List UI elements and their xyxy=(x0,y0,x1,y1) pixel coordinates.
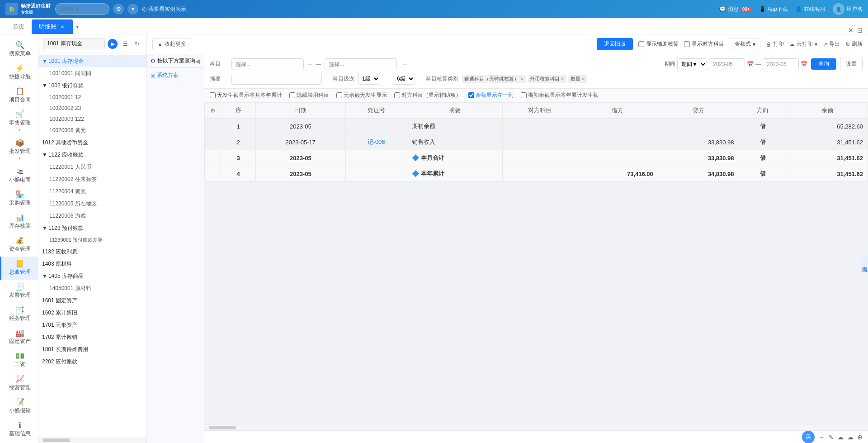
option-contra[interactable]: 对方科目（显示辅助项） xyxy=(394,91,461,99)
app-download-button[interactable]: 📱 App下载 xyxy=(759,5,788,13)
add-button[interactable]: ⊕ xyxy=(857,433,863,441)
option-no-balance[interactable]: 无余额无发生显示 xyxy=(336,91,387,99)
option-opening-input[interactable] xyxy=(521,92,527,98)
period-type-select[interactable]: 期间▼ xyxy=(677,58,707,70)
account-tree-item-1012[interactable]: 1012 其他货币资金 xyxy=(38,137,146,149)
subject-more-icon[interactable]: ··· xyxy=(307,61,312,67)
query-button[interactable]: 查询 xyxy=(811,58,836,70)
expand-more-button[interactable]: ▲ 收起更多 xyxy=(152,38,191,50)
period-type-selector[interactable]: 期间▼ xyxy=(677,58,707,70)
account-tree-item-1001[interactable]: ▼1001 库存现金 xyxy=(38,55,146,67)
tab-detail[interactable]: 明细账 ✕ xyxy=(32,19,73,34)
sidebar-item-system[interactable]: ⚙ 系统管理 xyxy=(0,441,38,443)
account-tree-item-11230001[interactable]: 11230001 预付账款差异 xyxy=(38,234,146,246)
side-query-button[interactable]: 查询 xyxy=(861,255,868,272)
period-from-input[interactable] xyxy=(709,58,745,70)
settings-button[interactable]: 设置 xyxy=(840,58,863,70)
account-tree-item-1123[interactable]: ▼1123 预付账款 xyxy=(38,222,146,234)
subject-to-input[interactable] xyxy=(325,58,397,70)
level-to-select[interactable]: 6级 xyxy=(393,73,415,85)
sidebar-item-inventory[interactable]: 📊 库存核算 xyxy=(0,210,38,233)
category-tag-foreign-close[interactable]: ✕ xyxy=(561,76,564,81)
show-aux-input[interactable] xyxy=(638,41,644,47)
voucher-link-2[interactable]: 记-006 xyxy=(368,138,385,145)
category-tag-quantity-close[interactable]: ✕ xyxy=(581,76,585,81)
option-opening[interactable]: 期初余额显示本年累计发生额 xyxy=(521,91,599,99)
option-single-row[interactable]: 余额显示在一列 xyxy=(468,91,514,99)
account-refresh-icon[interactable]: ↻ xyxy=(132,39,142,49)
menu-search-input[interactable] xyxy=(55,3,109,15)
maximize-icon[interactable]: ⊡ xyxy=(857,27,863,34)
show-contra-input[interactable] xyxy=(684,41,690,47)
sidebar-item-project[interactable]: 📋 项目合同 xyxy=(0,84,38,107)
sidebar-item-purchase[interactable]: 🏪 采购管理 xyxy=(0,187,38,210)
edit-button[interactable]: ✎ xyxy=(828,433,834,441)
sidebar-item-retail[interactable]: 🛒 零售管理 ▾ xyxy=(0,107,38,136)
filter-collapse-button[interactable]: ◀ xyxy=(195,57,200,65)
user-menu[interactable]: 👤 用户名 xyxy=(833,3,863,15)
return-old-version-button[interactable]: 退回旧版 xyxy=(597,38,633,50)
subject-input[interactable] xyxy=(231,58,304,70)
account-tree-item-11220001[interactable]: 11220001 人民币 xyxy=(38,161,146,173)
account-tree-scrollbar[interactable] xyxy=(38,437,146,443)
account-tree-item-10010001[interactable]: 10010001 同同同 xyxy=(38,67,146,80)
option-hide-disabled[interactable]: 隐藏禁用科目 xyxy=(289,91,329,99)
account-forward-button[interactable]: ▶ xyxy=(108,39,118,49)
account-tree-item-1403[interactable]: 1403 原材料 xyxy=(38,258,146,270)
settings-icon[interactable]: ⚙ xyxy=(113,4,124,14)
format-dropdown[interactable]: 金额式 ▾ xyxy=(730,38,760,50)
refresh-button[interactable]: ↻ 刷新 xyxy=(845,40,863,48)
option-single-row-input[interactable] xyxy=(468,92,474,98)
level-from-select[interactable]: 1级 xyxy=(358,73,380,85)
tab-expand[interactable]: ▾ xyxy=(73,19,82,34)
account-tree-item-2202[interactable]: 2202 应付账款 xyxy=(38,356,146,368)
account-tree-item-10020003[interactable]: 10020003 122 xyxy=(38,114,146,124)
table-settings-icon[interactable]: ⚙ xyxy=(210,107,216,114)
account-tree-item-14050001[interactable]: 14050001 原材料 xyxy=(38,282,146,295)
sidebar-item-ledger[interactable]: 📒 总账管理 xyxy=(0,257,38,280)
account-tree-item-1122[interactable]: ▼1122 应收账款 xyxy=(38,149,146,161)
dropdown-icon[interactable]: ▾ xyxy=(127,4,138,14)
tab-detail-close[interactable]: ✕ xyxy=(59,24,66,30)
sidebar-item-tax[interactable]: 📑 税务管理 xyxy=(0,303,38,326)
account-tree-item-10020002[interactable]: 10020002 23 xyxy=(38,103,146,114)
category-tag-normal-close[interactable]: ✕ xyxy=(520,76,524,81)
show-contra-checkbox[interactable]: 显示对方科目 xyxy=(684,40,724,48)
export-button[interactable]: ↗ 导出 xyxy=(823,40,840,48)
option-no-occurrence[interactable]: 无发生额显示本月本年累计 xyxy=(210,91,282,99)
account-tree-item-10020001[interactable]: 10020001 12 xyxy=(38,92,146,103)
translate-button[interactable]: 英 xyxy=(802,431,815,443)
sidebar-item-salary[interactable]: 💵 工资 xyxy=(0,349,38,372)
account-tree-item-11220004[interactable]: 11220004 黄元 xyxy=(38,186,146,198)
option-no-occurrence-input[interactable] xyxy=(210,92,216,98)
account-tree-item-11220006[interactable]: 11220006 游戏 xyxy=(38,210,146,222)
summary-input[interactable] xyxy=(231,73,322,85)
online-service-button[interactable]: 👤 在线客服 xyxy=(795,5,826,13)
option-contra-input[interactable] xyxy=(394,92,400,98)
cloud-button-1[interactable]: ☁ xyxy=(837,433,844,441)
account-selector[interactable]: 1001 库存现金 xyxy=(43,38,105,49)
account-tree-item-1002[interactable]: ▼1002 银行存款 xyxy=(38,80,146,92)
horizontal-scrollbar[interactable] xyxy=(204,424,868,430)
option-no-balance-input[interactable] xyxy=(336,92,342,98)
account-tree-item-1132[interactable]: 1132 应收利息 xyxy=(38,246,146,258)
sidebar-item-quick-nav[interactable]: ⚡ 快捷导航 xyxy=(0,61,38,84)
close-window-icon[interactable]: ✕ xyxy=(848,27,854,34)
sidebar-item-operations[interactable]: 📈 经营管理 xyxy=(0,372,38,395)
tab-home[interactable]: 首页 xyxy=(5,19,32,34)
demo-link[interactable]: ◎ 我要看实例演示 xyxy=(142,5,186,13)
account-tree-item-1702[interactable]: 1702 累计摊销 xyxy=(38,331,146,343)
sidebar-item-search[interactable]: 🔍 搜索菜单 xyxy=(0,38,38,61)
account-tree-item-1801[interactable]: 1801 长期待摊费用 xyxy=(38,343,146,356)
option-hide-disabled-input[interactable] xyxy=(289,92,295,98)
account-tree-item-11220005[interactable]: 11220005 所在地区 xyxy=(38,198,146,210)
arrow-button[interactable]: → xyxy=(818,433,825,441)
scheme-item[interactable]: ◎ 系统方案 xyxy=(151,71,200,79)
account-tree-item-1602[interactable]: 1602 累计折旧 xyxy=(38,307,146,319)
sidebar-item-sales-report[interactable]: 📝 小畅报销 xyxy=(0,395,38,418)
account-tree-item-1601[interactable]: 1601 固定资产 xyxy=(38,295,146,307)
account-list-icon[interactable]: ☰ xyxy=(120,39,130,49)
sidebar-item-fixed-assets[interactable]: 🏭 固定资产 xyxy=(0,326,38,349)
account-tree-item-10020006[interactable]: 10020006 黄元 xyxy=(38,124,146,137)
period-to-input[interactable] xyxy=(763,58,799,70)
